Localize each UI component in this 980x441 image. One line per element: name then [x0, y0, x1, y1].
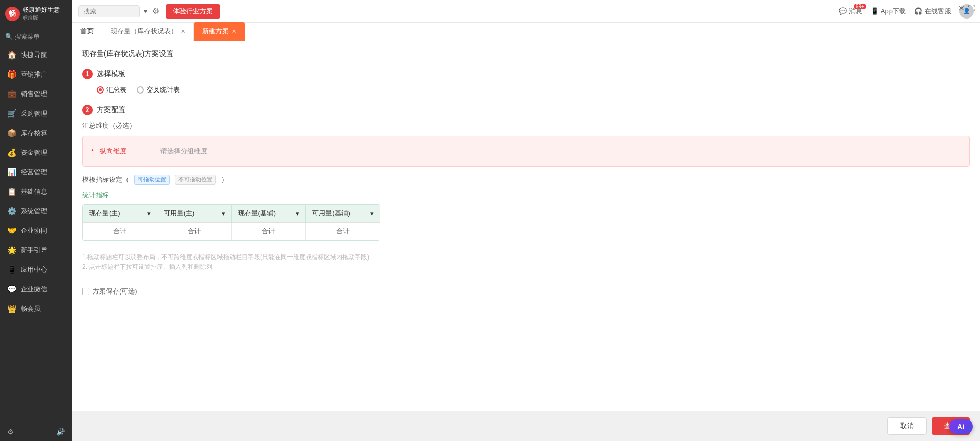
clipboard-icon: 📋 — [7, 187, 16, 196]
step1-section: 1 选择模板 汇总表 交叉统计表 — [82, 69, 970, 95]
non-draggable-badge: 不可拖动位置 — [175, 175, 216, 185]
page-title: 现存量(库存状况表)方案设置 — [82, 49, 970, 59]
radio-summary-label: 汇总表 — [106, 85, 126, 95]
dropdown-arrow-icon: ▾ — [144, 8, 147, 15]
topbar: ▾ ⚙ 体验行业方案 💬 消息 99+ 📱 App下载 🎧 在线客服 👤 — [72, 0, 980, 23]
content-area: 现存量(库存状况表)方案设置 1 选择模板 汇总表 交叉统计表 — [72, 41, 980, 411]
gift-icon: 🎁 — [7, 70, 16, 79]
crown-icon: 👑 — [7, 304, 16, 314]
tab-inventory-close-icon[interactable]: ✕ — [180, 28, 185, 35]
phone-icon: 📱 — [7, 265, 16, 274]
col-header-0[interactable]: 现存量(主) ▾ — [83, 205, 157, 222]
step2-badge: 2 — [82, 105, 93, 115]
tip-0: 1.拖动标题栏可以调整布局，不可跨维度或指标区域拖动栏目字段(只能在同一维度或指… — [82, 253, 970, 262]
tab-home[interactable]: 首页 — [72, 22, 102, 41]
tab-new-plan-close-icon[interactable]: ✕ — [232, 28, 237, 35]
headset-icon: 🎧 — [914, 7, 922, 15]
sidebar-item-guide[interactable]: 🌟 新手引导 — [0, 241, 72, 260]
col-header-1[interactable]: 可用量(主) ▾ — [157, 205, 232, 222]
dimension-placeholder: 请选择分组维度 — [160, 146, 207, 156]
cart-icon: 🛒 — [7, 109, 16, 118]
col-header-3[interactable]: 可用量(基辅) ▾ — [306, 205, 380, 222]
step1-title: 选择模板 — [97, 69, 125, 79]
window-controls: ✕ ⛶ — [958, 4, 975, 12]
stat-section-label: 统计指标 — [82, 191, 970, 200]
sidebar-item-system[interactable]: ⚙️ 系统管理 — [0, 201, 72, 221]
stat-table: 现存量(主) ▾ 可用量(主) ▾ 现存量(基辅) ▾ 可用量(基辅) — [82, 204, 380, 241]
app-logo-text: 畅康通好生意 标准版 — [23, 6, 60, 22]
search-input[interactable] — [78, 5, 140, 17]
sidebar-item-purchase[interactable]: 🛒 采购管理 — [0, 104, 72, 123]
step2-title: 方案配置 — [97, 105, 125, 115]
radio-cross-circle — [137, 86, 144, 94]
template-options: 汇总表 交叉统计表 — [97, 85, 970, 95]
topbar-dropdown[interactable]: ▾ — [144, 8, 147, 15]
tabs-bar: 首页 现存量（库存状况表） ✕ 新建方案 ✕ ✕ ⛶ — [72, 23, 980, 41]
message-icon: 💬 — [839, 7, 847, 15]
home-icon: 🏠 — [7, 50, 16, 60]
sidebar-item-inventory[interactable]: 📦 库存核算 — [0, 123, 72, 143]
tab-inventory-status[interactable]: 现存量（库存状况表） ✕ — [102, 22, 194, 41]
col-dropdown-0-icon: ▾ — [147, 210, 151, 217]
briefcase-icon: 💼 — [7, 89, 16, 99]
step2-section: 2 方案配置 汇总维度（必选） * 纵向维度 —— 请选择分组维度 模板指标设定… — [82, 105, 970, 277]
audio-icon[interactable]: 🔊 — [56, 428, 65, 436]
stat-cell-0-1: 合计 — [157, 223, 232, 240]
sidebar-item-marketing[interactable]: 🎁 营销推广 — [0, 65, 72, 84]
topbar-right: 💬 消息 99+ 📱 App下载 🎧 在线客服 👤 — [839, 4, 974, 19]
save-option: 方案保存(可选) — [82, 287, 970, 296]
radio-cross[interactable]: 交叉统计表 — [137, 85, 180, 95]
indicator-settings-paren-close: ） — [221, 175, 228, 185]
industry-plan-button[interactable]: 体验行业方案 — [166, 4, 220, 19]
required-dimension-field[interactable]: * 纵向维度 —— 请选择分组维度 — [82, 136, 970, 167]
stat-cell-0-0: 合计 — [83, 223, 157, 240]
app-download-button[interactable]: 📱 App下载 — [870, 7, 906, 16]
messages-button[interactable]: 💬 消息 99+ — [839, 7, 862, 16]
sidebar-item-enterprise[interactable]: 🤝 企业协同 — [0, 221, 72, 241]
ai-button[interactable]: Ai — [949, 419, 973, 434]
chart-icon: 📊 — [7, 168, 16, 177]
tab-new-plan[interactable]: 新建方案 ✕ — [194, 22, 245, 41]
step2-header: 2 方案配置 — [82, 105, 970, 115]
sidebar-item-wechat[interactable]: 💬 企业微信 — [0, 280, 72, 299]
customer-service-button[interactable]: 🎧 在线客服 — [914, 7, 951, 16]
app-logo-icon: 畅 — [5, 7, 20, 21]
stat-cell-0-3: 合计 — [306, 223, 380, 240]
sidebar-item-member[interactable]: 👑 畅会员 — [0, 299, 72, 319]
settings-bottom-icon[interactable]: ⚙ — [7, 428, 14, 436]
step1-badge: 1 — [82, 69, 93, 79]
col-header-2[interactable]: 现存量(基辅) ▾ — [232, 205, 306, 222]
col-dropdown-1-icon: ▾ — [222, 210, 225, 217]
col-dropdown-3-icon: ▾ — [370, 210, 374, 217]
sidebar-search[interactable]: 🔍 搜索菜单 — [0, 28, 72, 45]
sidebar-item-finance[interactable]: 💰 资金管理 — [0, 143, 72, 162]
radio-summary-circle — [97, 86, 104, 94]
wechat-icon: 💬 — [7, 285, 16, 294]
save-label: 方案保存(可选) — [93, 287, 137, 296]
cancel-button[interactable]: 取消 — [887, 417, 927, 435]
indicator-settings: 模板指标设定（ 可拖动位置 不可拖动位置 不可拖动位置 ） — [82, 175, 970, 185]
save-checkbox[interactable] — [82, 288, 89, 295]
topbar-settings-icon[interactable]: ⚙ — [152, 6, 159, 16]
indicator-settings-label: 模板指标设定（ — [82, 175, 129, 185]
sidebar-logo: 畅 畅康通好生意 标准版 — [0, 0, 72, 28]
window-expand-icon[interactable]: ⛶ — [968, 4, 975, 12]
tip-1: 2. 点击标题栏下拉可设置排序、插入列和删除列 — [82, 263, 970, 271]
sidebar-item-quick-nav[interactable]: 🏠 快捷导航 — [0, 45, 72, 65]
radio-summary[interactable]: 汇总表 — [97, 85, 126, 95]
sidebar-item-app-center[interactable]: 📱 应用中心 — [0, 260, 72, 280]
box-icon: 📦 — [7, 128, 16, 138]
step1-header: 1 选择模板 — [82, 69, 970, 79]
draggable-badge: 可拖动位置 — [134, 175, 170, 185]
sidebar-item-operations[interactable]: 📊 经营管理 — [0, 162, 72, 182]
sidebar-item-sales[interactable]: 💼 销售管理 — [0, 84, 72, 104]
dimension-dash: —— — [137, 148, 150, 155]
money-icon: 💰 — [7, 148, 16, 157]
content-inner: 现存量(库存状况表)方案设置 1 选择模板 汇总表 交叉统计表 — [72, 41, 980, 411]
stat-table-row-0: 合计 合计 合计 合计 — [83, 222, 380, 240]
window-close-icon[interactable]: ✕ — [958, 4, 965, 12]
stat-table-header: 现存量(主) ▾ 可用量(主) ▾ 现存量(基辅) ▾ 可用量(基辅) — [83, 205, 380, 222]
download-icon: 📱 — [870, 7, 879, 15]
sidebar-item-basic-info[interactable]: 📋 基础信息 — [0, 182, 72, 201]
radio-cross-label: 交叉统计表 — [147, 85, 180, 95]
